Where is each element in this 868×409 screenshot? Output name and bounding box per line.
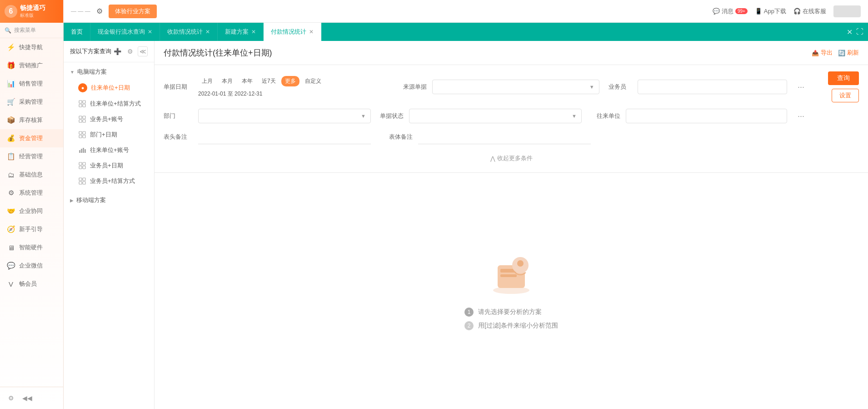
sidebar-item-marketing[interactable]: 🎁 营销推广 [0,56,63,75]
source-select-arrow: ▼ [589,84,594,90]
breadcrumb-area: — — — ⚙ 体验行业方案 [71,5,708,18]
collapse-conditions-btn[interactable]: ⋀ 收起更多条件 [481,151,542,166]
staff-filter-col: 业务员 ··· [609,80,804,94]
scheme-header-title: 按以下方案查询 [70,47,111,56]
scheme-item-staff-date[interactable]: 业务员+日期 [64,158,154,173]
scheme-item-unit-account[interactable]: 往来单位+账号 [64,142,154,158]
wechat-icon: 💬 [6,261,15,270]
tab-new-scheme-close[interactable]: ✕ [251,29,256,35]
staff-dots[interactable]: ··· [791,82,804,92]
svg-rect-20 [79,178,82,181]
svg-rect-3 [83,104,85,107]
coop-icon: 🤝 [6,207,15,216]
svg-rect-6 [79,120,82,122]
export-icon: 📤 [812,50,819,56]
tab-expand-icon[interactable]: ⛶ [856,28,863,36]
tab-close-all-icon[interactable]: ✕ [847,28,853,36]
dept-select[interactable]: ▼ [198,109,371,123]
sidebar-item-purchase[interactable]: 🛒 采购管理 [0,93,63,111]
scheme-item-staff-account[interactable]: 业务员+账号 [64,111,154,127]
tab-income-close[interactable]: ✕ [205,29,210,35]
source-filter-col: 来源单据 ▼ [403,80,599,94]
date-btn-this-month[interactable]: 本月 [218,76,236,86]
table-body-note-input[interactable] [418,130,591,144]
scheme-item-dept-date[interactable]: 部门+日期 [64,127,154,142]
tab-new-scheme[interactable]: 新建方案 ✕ [218,23,264,41]
voucher-status-col: 单据状态 ▼ [380,109,588,123]
date-filter-group: 上月 本月 本年 近7天 更多 自定义 2022-01-01 至 2022-12… [198,76,394,98]
table-body-note-col: 表体备注 [389,130,668,144]
sidebar-item-coop[interactable]: 🤝 企业协同 [0,202,63,220]
scheme-grid-icon-5 [78,177,86,185]
scheme-settings-btn[interactable]: ⚙ [125,46,135,56]
guide-icon: 🧭 [6,225,15,234]
search-menu[interactable]: 🔍 搜索菜单 [0,23,63,38]
online-service-button[interactable]: 🎧 在线客服 [793,7,826,15]
sidebar-item-member[interactable]: V 畅会员 [0,275,63,293]
sidebar-item-sales[interactable]: 📊 销售管理 [0,75,63,93]
page-area: 按以下方案查询 ➕ ⚙ ≪ ▼ 电脑端方案 ● 往来单位+日期 [64,41,868,409]
scheme-item-unit-date[interactable]: ● 往来单位+日期 [64,80,154,96]
dept-label: 部门 [164,112,189,120]
tab-payment-close[interactable]: ✕ [309,29,314,35]
sidebar-item-guide[interactable]: 🧭 新手引导 [0,220,63,238]
svg-rect-16 [79,162,82,165]
scheme-collapse-btn[interactable]: ≪ [138,46,148,56]
scheme-grid-icon-2 [78,115,86,123]
scheme-item-staff-settle[interactable]: 业务员+结算方式 [64,173,154,189]
sidebar-item-base[interactable]: 🗂 基础信息 [0,166,63,184]
sidebar-item-inventory[interactable]: 📦 库存核算 [0,111,63,129]
app-logo: 6 畅捷通巧 标准版 [0,0,63,23]
footer-collapse-btn[interactable]: ◀◀ [21,392,34,404]
sidebar-item-hardware[interactable]: 🖥 智能硬件 [0,238,63,257]
date-btn-more[interactable]: 更多 [281,76,299,86]
sidebar-item-system[interactable]: ⚙ 系统管理 [0,184,63,202]
table-header-note-input[interactable] [198,130,371,144]
scheme-item-unit-settle[interactable]: 往来单位+结算方式 [64,96,154,111]
tab-payment[interactable]: 付款情况统计 ✕ [264,23,321,41]
export-button[interactable]: 📤 导出 [812,49,833,57]
related-unit-dots[interactable]: ··· [791,111,804,121]
search-icon: 🔍 [5,27,11,34]
footer-settings-btn[interactable]: ⚙ [5,392,17,404]
sidebar-item-quick-nav[interactable]: ⚡ 快捷导航 [0,38,63,56]
header-settings-icon[interactable]: ⚙ [93,5,106,18]
tab-bank[interactable]: 现金银行流水查询 ✕ [90,23,160,41]
marketing-icon: 🎁 [6,61,15,70]
sidebar-item-operation[interactable]: 📋 经营管理 [0,147,63,166]
tab-bank-close[interactable]: ✕ [148,29,152,35]
svg-rect-1 [83,101,85,103]
date-btn-7days[interactable]: 近7天 [258,76,279,86]
date-btn-this-year[interactable]: 本年 [238,76,256,86]
date-btn-last-month[interactable]: 上月 [198,76,216,86]
refresh-button[interactable]: 🔄 刷新 [838,49,859,57]
tab-home[interactable]: 首页 [64,23,90,41]
empty-tip-1: 1 请先选择要分析的方案 [464,308,558,317]
header-actions: 💬 消息 99+ 📱 App下载 🎧 在线客服 [713,5,861,17]
scheme-mobile-group-header[interactable]: ▶ 移动端方案 [64,192,154,208]
svg-rect-11 [83,135,85,138]
scheme-add-btn[interactable]: ➕ [112,46,122,56]
user-avatar[interactable] [833,5,861,17]
staff-select[interactable] [638,80,787,94]
query-button[interactable]: 查询 [828,71,859,85]
scheme-pc-group-header[interactable]: ▼ 电脑端方案 [64,64,154,80]
sidebar-item-wechat[interactable]: 💬 企业微信 [0,257,63,275]
action-col: 查询 设置 [813,71,859,102]
source-select[interactable]: ▼ [432,80,599,94]
related-unit-select[interactable] [626,109,787,123]
svg-rect-0 [79,101,82,103]
svg-rect-13 [81,149,82,153]
messages-button[interactable]: 💬 消息 99+ [713,7,748,15]
filter-settings-button[interactable]: 设置 [832,89,859,102]
voucher-status-select[interactable]: ▼ [409,109,582,123]
svg-rect-14 [83,148,84,153]
finance-icon: 💰 [6,134,15,143]
date-btn-custom[interactable]: 自定义 [301,76,325,86]
svg-rect-5 [83,116,85,119]
trial-button[interactable]: 体验行业方案 [109,5,157,18]
sidebar-item-finance[interactable]: 💰 资金管理 [0,129,63,147]
tab-income[interactable]: 收款情况统计 ✕ [160,23,218,41]
app-download-button[interactable]: 📱 App下载 [755,7,786,15]
svg-point-29 [517,260,524,267]
